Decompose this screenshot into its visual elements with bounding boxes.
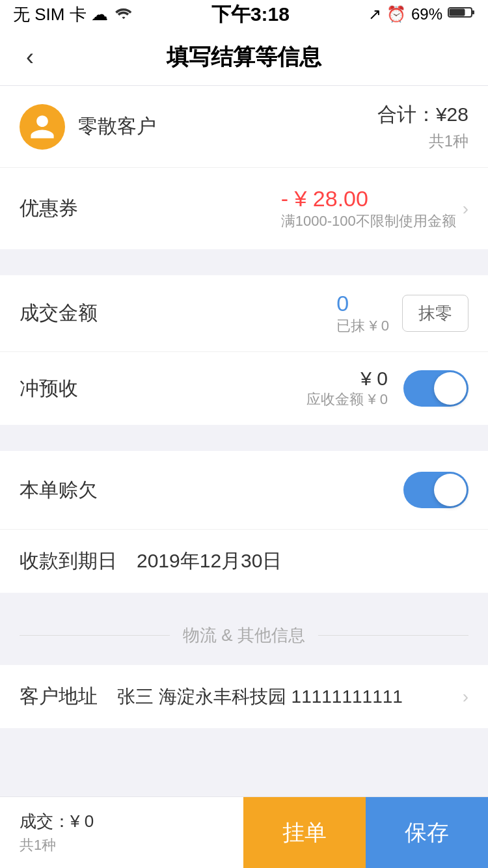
debt-row: 本单赊欠 [0, 451, 488, 529]
address-section: 客户地址 张三 海淀永丰科技园 11111111111 › [0, 665, 488, 728]
transaction-row: 成交金额 0 已抹 ¥ 0 抹零 [0, 275, 488, 351]
bottom-deal-amount: ¥ 0 [70, 811, 94, 831]
transaction-section: 成交金额 0 已抹 ¥ 0 抹零 冲预收 ¥ 0 应收金额 ¥ 0 [0, 275, 488, 425]
debt-toggle[interactable] [403, 472, 468, 508]
no-sim-label: 无 SIM 卡 ☁ [13, 3, 108, 26]
customer-total: 合计：¥28 [377, 102, 468, 128]
total-amount: ¥28 [436, 103, 468, 125]
coupon-description: 满1000-100不限制使用金额 [281, 211, 456, 231]
bottom-info: 成交：¥ 0 共1种 [0, 810, 243, 855]
page-title: 填写结算等信息 [167, 42, 321, 72]
toggle-knob [434, 372, 467, 405]
battery-label: 69% [411, 5, 442, 23]
location-icon: ↗ [368, 5, 381, 23]
svg-rect-2 [450, 9, 465, 16]
coupon-label: 优惠券 [20, 195, 78, 222]
status-time: 下午3:18 [211, 1, 290, 28]
back-button[interactable]: ‹ [20, 37, 40, 77]
total-label: 合计： [377, 103, 436, 125]
logistics-line-left [20, 635, 170, 636]
coupon-row[interactable]: 优惠券 - ¥ 28.00 满1000-100不限制使用金额 › [0, 167, 488, 249]
coupon-right: - ¥ 28.00 满1000-100不限制使用金额 › [281, 186, 468, 231]
address-chevron-icon: › [463, 686, 468, 707]
battery-icon [448, 5, 475, 23]
address-label: 客户地址 [20, 683, 98, 710]
debt-section: 本单赊欠 收款到期日 2019年12月30日 [0, 451, 488, 593]
bottom-deal-row: 成交：¥ 0 [20, 810, 224, 833]
customer-total-block: 合计：¥28 共1种 [377, 102, 468, 152]
debt-toggle-knob [434, 474, 467, 506]
transaction-right: 0 已抹 ¥ 0 抹零 [336, 291, 468, 336]
avatar [20, 104, 65, 150]
prepay-toggle[interactable] [403, 370, 468, 407]
debt-label: 本单赊欠 [20, 477, 98, 504]
save-button[interactable]: 保存 [366, 797, 488, 869]
alarm-icon: ⏰ [386, 5, 406, 23]
transaction-sub: 已抹 ¥ 0 [336, 316, 389, 336]
logistics-text: 物流 & 其他信息 [183, 624, 305, 647]
logistics-divider: 物流 & 其他信息 [0, 606, 488, 665]
prepay-amount: ¥ 0 [306, 368, 388, 390]
duedate-value: 2019年12月30日 [137, 548, 282, 575]
nav-bar: ‹ 填写结算等信息 [0, 29, 488, 86]
coupon-chevron-icon: › [463, 198, 468, 219]
status-bar: 无 SIM 卡 ☁ 下午3:18 ↗ ⏰ 69% [0, 0, 488, 29]
status-right: ↗ ⏰ 69% [368, 5, 475, 23]
bottom-deal-label: 成交： [20, 811, 70, 831]
customer-count: 共1种 [377, 131, 468, 152]
bottom-count: 共1种 [20, 835, 224, 855]
prepay-right: ¥ 0 应收金额 ¥ 0 [306, 368, 468, 409]
customer-name: 零散客户 [78, 113, 156, 140]
prepay-amount-block: ¥ 0 应收金额 ¥ 0 [306, 368, 388, 409]
duedate-label: 收款到期日 [20, 548, 117, 575]
address-row[interactable]: 客户地址 张三 海淀永丰科技园 11111111111 › [0, 665, 488, 728]
status-left: 无 SIM 卡 ☁ [13, 3, 133, 26]
wifi-icon [115, 5, 133, 25]
transaction-value: 0 [336, 291, 389, 316]
prepay-row: 冲预收 ¥ 0 应收金额 ¥ 0 [0, 351, 488, 425]
transaction-label: 成交金额 [20, 300, 98, 327]
customer-section: 零散客户 合计：¥28 共1种 优惠券 - ¥ 28.00 满1000-100不… [0, 86, 488, 249]
customer-row: 零散客户 合计：¥28 共1种 [0, 86, 488, 167]
prepay-label: 冲预收 [20, 375, 78, 402]
section-divider-1 [0, 262, 488, 275]
duedate-row: 收款到期日 2019年12月30日 [0, 529, 488, 593]
round-zero-button[interactable]: 抹零 [402, 295, 468, 332]
customer-left: 零散客户 [20, 104, 156, 150]
coupon-discount: - ¥ 28.00 [281, 186, 456, 211]
bottom-bar: 成交：¥ 0 共1种 挂单 保存 [0, 796, 488, 868]
pending-button[interactable]: 挂单 [243, 797, 366, 869]
logistics-line-right [318, 635, 468, 636]
section-divider-2 [0, 438, 488, 451]
prepay-sub: 应收金额 ¥ 0 [306, 390, 388, 409]
address-value: 张三 海淀永丰科技园 11111111111 [117, 685, 463, 709]
svg-rect-1 [472, 10, 474, 14]
